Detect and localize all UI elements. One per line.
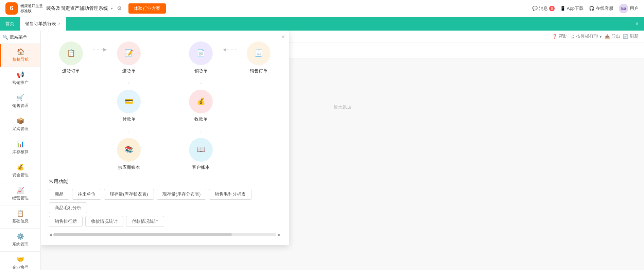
func-buttons-row1: 商品 往来单位 现存量(库存状况表) 现存量(库存分布表) 销售毛利分析表 商品… [49,189,281,213]
sales-label: 销售管理 [12,103,29,109]
svg-text:📝: 📝 [125,49,133,57]
modal-scrollbar: ◀ ▶ [49,232,281,237]
sale-slip-icon: 📄 [195,47,207,59]
finance-label: 资金管理 [12,172,29,178]
flow-row-1: 📋 进货订单 ▶ [49,39,281,77]
tab-bar-close-icon[interactable]: × [636,21,639,26]
arrow-to-purchase-slip: ▶ [93,39,107,51]
enterprise-icon: 🤝 [17,256,24,263]
sidebar-item-sales[interactable]: 🛒 销售管理 [0,90,40,113]
sidebar-item-purchase[interactable]: 📦 采购管理 [0,113,40,136]
sidebar-item-system[interactable]: ⚙️ 系统管理 [0,229,40,252]
purchase-order-icon: 📋 [65,47,77,59]
sp1 [49,128,107,134]
svg-text:📋: 📋 [67,49,75,57]
sale-slip-circle: 📄 [189,41,213,65]
spacer2 [93,79,107,86]
message-badge: 6 [549,6,555,11]
func-btn-payment-stat[interactable]: 付款情况统计 [126,216,164,227]
tab-close-icon[interactable]: × [58,21,60,26]
svg-text:📖: 📖 [197,145,205,154]
tab-sales-order[interactable]: 销售订单执行表 × [20,17,66,31]
sidebar-item-quick-nav[interactable]: 🏠 快捷导航 [0,44,40,67]
sidebar-item-marketing[interactable]: 📢 营销推广 [0,67,40,90]
supplier-label: 供应商账本 [118,164,140,170]
sidebar-item-basic-info[interactable]: 📋 基础信息 [0,205,40,229]
purchase-slip-circle: 📝 [117,41,141,65]
header-right: 💬 消息 6 📱 App下载 🎧 在线客服 Ea 用户 [532,4,639,13]
sidebar-item-finance[interactable]: 💰 资金管理 [0,159,40,182]
arrow-down-pay: ↓ [107,128,151,134]
flow-node-receipt[interactable]: 💰 收款单 [179,87,223,125]
func-btn-product-margin[interactable]: 商品毛利分析 [49,202,87,213]
receipt-icon: 💰 [195,95,207,108]
logo-text: 畅康通好生意 标准版 [20,3,43,13]
func-btn-inventory-dist[interactable]: 现存量(库存分布表) [157,189,207,200]
spacer3 [151,79,179,86]
purchase-order-label: 进货订单 [62,68,80,74]
purchase-icon: 📦 [17,117,24,125]
logo-area: 6 畅康通好生意 标准版 [5,2,46,15]
title-arrow-icon: ▾ [111,6,113,11]
flow-node-sale-slip[interactable]: 📄 销货单 [179,39,223,77]
flow-node-purchase-slip[interactable]: 📝 进货单 [107,39,151,77]
marketing-icon: 📢 [17,71,24,78]
sidebar: 🔍 搜索菜单 🏠 快捷导航 📢 营销推广 🛒 销售管理 📦 采购管理 📊 库存核… [0,31,41,270]
flow-node-payment[interactable]: 💳 付款单 [107,87,151,125]
modal-close-btn[interactable]: × [281,33,285,40]
app-download-btn[interactable]: 📱 App下载 [560,5,584,12]
enterprise-label: 企业协同 [12,265,29,270]
spacer5 [237,79,281,86]
experience-btn[interactable]: 体验行业方案 [128,3,166,14]
sidebar-item-operation[interactable]: 📈 经营管理 [0,182,40,205]
logo-icon: 6 [5,2,18,15]
flow-node-customer-ledger[interactable]: 📖 客户账本 [179,135,223,173]
content-area: ❓ 帮助 🖨 按模板打印 ▾ 📤 导出 🔄 刷新 📅 [41,31,644,270]
marketing-label: 营销推广 [12,80,29,86]
func-btn-product[interactable]: 商品 [49,189,69,200]
search-label: 搜索菜单 [10,34,27,40]
tab-home[interactable]: 首页 [0,17,20,31]
sidebar-item-enterprise[interactable]: 🤝 企业协同 [0,252,40,270]
common-functions-title: 常用功能 [49,179,281,185]
sale-slip-label: 销货单 [194,68,208,74]
sidebar-search[interactable]: 🔍 搜索菜单 [0,31,40,44]
supplier-circle: 📚 [117,138,141,162]
svg-text:💰: 💰 [197,97,205,105]
flow-node-sale-order[interactable]: 🧾 销售订单 [237,39,281,77]
func-btn-counterpart[interactable]: 往来单位 [72,189,101,200]
main-layout: 🔍 搜索菜单 🏠 快捷导航 📢 营销推广 🛒 销售管理 📦 采购管理 📊 库存核… [0,31,644,270]
func-btn-sales-margin[interactable]: 销售毛利分析表 [209,189,251,200]
scroll-left-btn[interactable]: ◀ [49,232,52,237]
basic-info-label: 基础信息 [12,218,29,224]
flow-row-3: 📚 供应商账本 📖 客 [49,135,281,173]
scroll-right-btn[interactable]: ▶ [278,232,281,237]
message-btn[interactable]: 💬 消息 6 [532,5,555,12]
flow-node-supplier-ledger[interactable]: 📚 供应商账本 [107,135,151,173]
sidebar-item-inventory[interactable]: 📊 库存核算 [0,136,40,159]
settings-icon[interactable]: ⚙ [117,5,122,12]
system-label: 系统管理 [12,241,29,247]
tab-sales-order-label: 销售订单执行表 [25,21,56,27]
sales-icon: 🛒 [17,94,24,102]
flow-arrows-down-row: ↓ ↓ [49,79,281,86]
flow-node-purchase-order[interactable]: 📋 进货订单 [49,39,93,77]
system-title: 装备及固定资产辅助管理系统 [46,5,108,12]
func-btn-inventory-status[interactable]: 现存量(库存状况表) [104,189,154,200]
scroll-track[interactable] [53,233,276,236]
svg-text:🧾: 🧾 [255,49,263,57]
sp3 [223,128,281,134]
purchase-order-circle: 📋 [59,41,83,65]
payment-label: 付款单 [122,116,136,122]
online-service-btn[interactable]: 🎧 在线客服 [589,5,613,12]
purchase-slip-label: 进货单 [122,68,136,74]
user-area[interactable]: Ea 用户 [619,4,639,13]
svg-text:💳: 💳 [125,97,133,105]
inventory-icon: 📊 [17,140,24,148]
func-btn-receipt-stat[interactable]: 收款情况统计 [85,216,123,227]
sale-order-circle: 🧾 [247,41,271,65]
tab-home-label: 首页 [5,21,14,27]
app-icon: 📱 [560,6,565,11]
system-title-area: 装备及固定资产辅助管理系统 ▾ ⚙ 体验行业方案 [46,3,532,14]
func-btn-sales-rank[interactable]: 销售排行榜 [49,216,83,227]
